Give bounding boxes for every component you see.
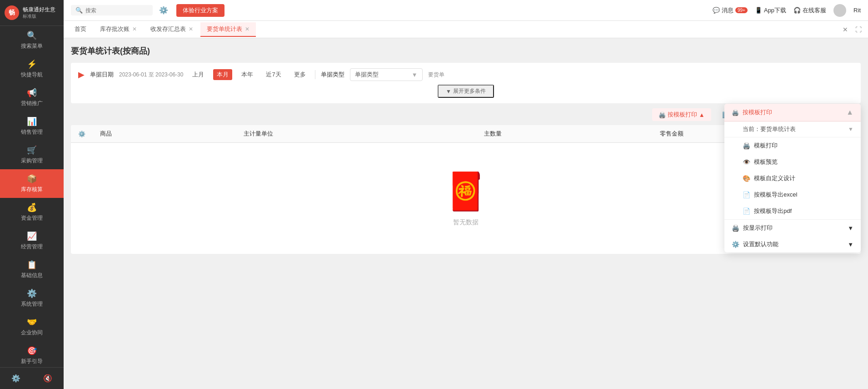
sidebar-item-operations[interactable]: 📈经营管理 (0, 227, 64, 255)
tab-close-batch-account[interactable]: ✕ (132, 26, 137, 32)
filter-expand-arrow[interactable]: ▶ (78, 70, 85, 80)
topbar-right: 💬 消息 99+ 📱 App下载 🎧 在线客服 Rit (713, 4, 861, 17)
tab-close-receipt-summary[interactable]: ✕ (189, 26, 193, 32)
purchase-icon: 🛒 (27, 145, 37, 155)
enterprise-icon: 🤝 (27, 317, 37, 327)
service-icon: 🎧 (793, 7, 801, 14)
default-setting-icon: ⚙️ (732, 241, 739, 248)
search-box[interactable]: 🔍 (71, 5, 153, 15)
mute-icon[interactable]: 🔇 (41, 372, 54, 384)
col-quantity: 主数量 (477, 125, 653, 143)
dropdown-item-template-preview[interactable]: 👁️模板预览 (724, 154, 861, 170)
template-dropdown-header: 🖨️ 按模板打印 ▲ (724, 104, 861, 121)
sidebar-item-sales[interactable]: 📊销售管理 (0, 112, 64, 141)
search-icon: 🔍 (75, 7, 83, 14)
date-option-本月[interactable]: 本月 (213, 69, 232, 80)
inventory-icon: 📦 (27, 174, 37, 184)
date-option-更多[interactable]: 更多 (290, 69, 309, 80)
template-dropdown: 🖨️ 按模板打印 ▲ 当前：要货单统计表 ▼ 🖨️模板打印👁️模板预览🎨模板自定… (724, 104, 861, 253)
tabs-controls: ✕ ⛶ (841, 24, 863, 35)
expand-more-icon: ▼ (446, 88, 451, 95)
dropdown-title: 按模板打印 (743, 108, 772, 116)
template-print-icon: 🖨️ (743, 142, 750, 149)
display-print-icon: 🖨️ (732, 224, 739, 232)
sidebar-item-guide[interactable]: 🎯新手引导 (0, 341, 64, 367)
messages-btn[interactable]: 💬 消息 99+ (713, 6, 748, 15)
tab-close-order-stats[interactable]: ✕ (245, 26, 249, 32)
dropdown-section-default-setting[interactable]: ⚙️设置默认功能▼ (724, 236, 861, 253)
marketing-icon: 📢 (27, 88, 37, 98)
download-icon: 📱 (755, 7, 762, 14)
sidebar-item-enterprise[interactable]: 🤝企业协同 (0, 313, 64, 341)
username[interactable]: Rit (853, 7, 861, 14)
avatar[interactable] (833, 4, 846, 17)
expand-tab-icon[interactable]: ⛶ (853, 24, 863, 35)
topbar-settings-icon[interactable]: ⚙️ (157, 4, 170, 16)
sidebar-item-finance[interactable]: 💰资金管理 (0, 198, 64, 227)
date-option-本年[interactable]: 本年 (238, 69, 257, 80)
date-filter-label: 单据日期 (90, 71, 114, 79)
template-print-btn[interactable]: 🖨️ 按模板打印 ▲ (652, 108, 711, 121)
tab-home[interactable]: 首页 (68, 22, 93, 37)
dropdown-item-template-pdf[interactable]: 📄按模板导出pdf (724, 203, 861, 219)
sidebar-item-search[interactable]: 🔍搜索菜单 (0, 26, 64, 55)
dropdown-printer-icon: 🖨️ (732, 109, 739, 116)
finance-icon: 💰 (27, 202, 37, 212)
expand-more-btn[interactable]: ▼ 展开更多条件 (438, 85, 494, 98)
sidebar-item-marketing[interactable]: 📢营销推广 (0, 83, 64, 112)
type-filter-label: 单据类型 (321, 71, 344, 79)
sales-icon: 📊 (27, 116, 37, 126)
settings-icon[interactable]: ⚙️ (10, 372, 22, 384)
date-option-上月[interactable]: 上月 (189, 69, 208, 80)
tab-receipt-summary[interactable]: 收发存汇总表✕ (144, 22, 200, 37)
tab-order-stats[interactable]: 要货单统计表✕ (200, 22, 256, 37)
sidebar-nav: 🔍搜索菜单⚡快捷导航📢营销推广📊销售管理🛒采购管理📦库存核算💰资金管理📈经营管理… (0, 26, 64, 367)
table-settings-icon[interactable]: ⚙️ (78, 131, 85, 137)
date-option-近7天[interactable]: 近7天 (262, 69, 284, 80)
template-pdf-icon: 📄 (743, 207, 750, 215)
type-select-text: 单据类型 (355, 71, 379, 79)
template-chevron-icon: ▲ (699, 111, 705, 118)
search-input[interactable] (85, 7, 140, 14)
empty-text: 暂无数据 (453, 218, 479, 227)
type-select[interactable]: 单据类型 ▼ (350, 68, 423, 81)
message-badge: 99+ (735, 7, 748, 13)
dropdown-item-template-excel[interactable]: 📄按模板导出excel (724, 187, 861, 203)
app-download-btn[interactable]: 📱 App下载 (755, 6, 786, 15)
display-print-chevron: ▼ (848, 225, 853, 232)
system-icon: ⚙️ (27, 288, 37, 298)
tab-batch-account[interactable]: 库存批次账✕ (94, 22, 143, 37)
app-logo: 畅 畅康通好生意 标准版 (0, 0, 64, 26)
quick-nav-icon: ⚡ (27, 59, 37, 69)
dropdown-section-display-print[interactable]: 🖨️按显示打印▼ (724, 220, 861, 236)
template-excel-icon: 📄 (743, 191, 750, 198)
expand-more-row: ▼ 展开更多条件 (78, 85, 853, 98)
template-current: 当前：要货单统计表 ▼ (724, 121, 861, 137)
current-chevron-icon: ▼ (848, 126, 853, 132)
topbar: 🔍 ⚙️ 体验行业方案 💬 消息 99+ 📱 App下载 🎧 在线客服 Rit (64, 0, 868, 21)
close-tab-icon[interactable]: ✕ (841, 24, 850, 35)
sidebar-item-inventory[interactable]: 📦库存核算 (0, 169, 64, 198)
template-preview-icon: 👁️ (743, 158, 750, 166)
printer-icon: 🖨️ (658, 111, 666, 118)
date-range: 2023-06-01 至 2023-06-30 (119, 71, 183, 79)
dropdown-item-template-print[interactable]: 🖨️模板打印 (724, 137, 861, 154)
logo-icon: 畅 (5, 5, 19, 20)
template-design-icon: 🎨 (743, 175, 750, 182)
trial-btn[interactable]: 体验行业方案 (176, 4, 224, 17)
sidebar-item-quick-nav[interactable]: ⚡快捷导航 (0, 55, 64, 83)
dropdown-item-template-design[interactable]: 🎨模板自定义设计 (724, 170, 861, 187)
page-title: 要货单统计表(按商品) (71, 45, 861, 56)
main-area: 🔍 ⚙️ 体验行业方案 💬 消息 99+ 📱 App下载 🎧 在线客服 Rit (64, 0, 868, 389)
filter-bar: ▶ 单据日期 2023-06-01 至 2023-06-30 上月本月本年近7天… (71, 63, 861, 103)
sidebar-item-basic[interactable]: 📋基础信息 (0, 255, 64, 284)
col-product: 商品 (93, 125, 236, 143)
operations-icon: 📈 (27, 231, 37, 241)
search-icon: 🔍 (27, 30, 37, 40)
online-service-btn[interactable]: 🎧 在线客服 (793, 6, 826, 15)
dropdown-close-icon[interactable]: ▲ (846, 108, 853, 116)
sidebar-item-purchase[interactable]: 🛒采购管理 (0, 141, 64, 169)
req-type-hint: 要货单 (428, 71, 444, 79)
app-name: 畅康通好生意 (23, 6, 55, 14)
sidebar-item-system[interactable]: ⚙️系统管理 (0, 284, 64, 313)
